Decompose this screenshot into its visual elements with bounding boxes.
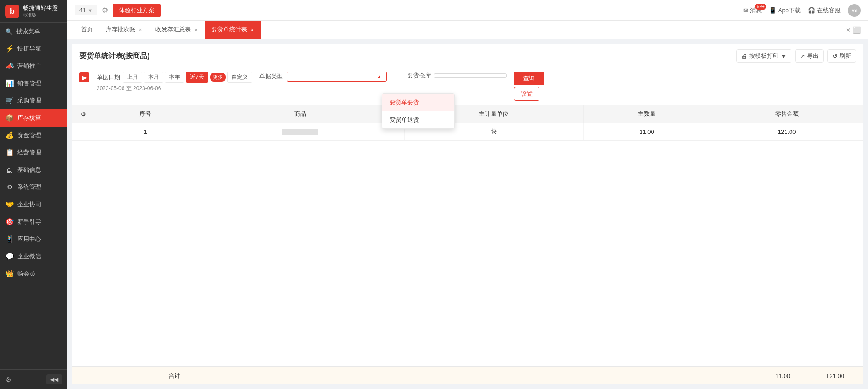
- sidebar-bottom: ⚙ ◀◀: [0, 369, 67, 389]
- logo-text: 畅捷通好生意 标准版: [23, 5, 58, 18]
- tabs-maximize-icon[interactable]: ⬜: [853, 26, 861, 34]
- date-filter-group: 单据日期 上月 本月 本年 近7天 更多 自定义 2023-05-06 至 20…: [97, 72, 252, 92]
- wechat-icon: 💬: [5, 252, 14, 261]
- tab-request-summary[interactable]: 要货单统计表 ×: [205, 21, 261, 39]
- filter-expand-button[interactable]: ▶: [79, 72, 89, 82]
- warehouse-select[interactable]: [434, 73, 507, 78]
- sidebar-item-purchase[interactable]: 🛒 采购管理: [0, 92, 67, 109]
- store-selector[interactable]: 41 ▼: [75, 5, 97, 15]
- page-title: 要货单统计表(按商品): [79, 51, 150, 61]
- date-tabs: 上月 本月 本年 近7天 更多 自定义: [123, 72, 252, 83]
- basic-icon: 🗂: [5, 166, 14, 174]
- filter-area: ▶ 单据日期 上月 本月 本年 近7天 更多 自定义 2023-05-06 至 …: [72, 67, 863, 105]
- col-seq: 序号: [95, 105, 196, 123]
- col-amount: 零售金额: [710, 105, 863, 123]
- export-icon: ↗: [800, 53, 805, 60]
- settings-filter-button[interactable]: 设置: [514, 87, 539, 101]
- sidebar-search[interactable]: 🔍 搜索菜单: [0, 23, 67, 40]
- tab-home[interactable]: 首页: [75, 21, 99, 39]
- page-actions: 🖨 按模板打印 ▼ ↗ 导出 ↺ 刷新: [736, 49, 856, 63]
- date-custom-button[interactable]: 自定义: [227, 72, 252, 83]
- online-service-button[interactable]: 🎧 在线客服: [808, 6, 841, 15]
- sidebar-item-quicknav[interactable]: ⚡ 快捷导航: [0, 40, 67, 57]
- date-filter-label: 单据日期: [97, 73, 120, 82]
- product-placeholder: [282, 129, 318, 135]
- col-qty: 主数量: [583, 105, 710, 123]
- header-right: ✉ 消息 99+ 📱 App下载 🎧 在线客服 Rit: [743, 4, 861, 17]
- print-icon: 🖨: [741, 53, 747, 60]
- header-settings-icon[interactable]: ⚙: [102, 6, 108, 15]
- date-tab-up-month[interactable]: 上月: [123, 72, 142, 83]
- total-qty: 11.00: [753, 373, 812, 379]
- tab-collect-summary[interactable]: 收发存汇总表 ×: [149, 21, 205, 39]
- date-tab-this-month[interactable]: 本月: [144, 72, 163, 83]
- app-download-button[interactable]: 📱 App下载: [769, 6, 801, 15]
- guide-icon: 🎯: [5, 218, 14, 226]
- messages-button[interactable]: ✉ 消息 99+: [743, 6, 762, 15]
- tab-close-request-summary[interactable]: ×: [250, 27, 254, 32]
- tabs-close-all-icon[interactable]: ✕: [846, 26, 851, 34]
- header-left: 41 ▼ ⚙ 体验行业方案: [75, 4, 738, 17]
- settings-icon[interactable]: ⚙: [5, 375, 12, 384]
- data-table: ⚙ 序号 商品 主计量单位 主数量 零售金额 1: [72, 105, 863, 141]
- query-button[interactable]: 查询: [514, 72, 544, 85]
- sidebar-item-wechat[interactable]: 💬 企业微信: [0, 248, 67, 265]
- system-icon: ⚙: [5, 183, 14, 191]
- finance-icon: 💰: [5, 131, 14, 139]
- appstore-icon: 📱: [5, 235, 14, 243]
- date-tab-last7days[interactable]: 近7天: [186, 72, 208, 83]
- operations-icon: 📋: [5, 148, 14, 157]
- type-filter-more-icon[interactable]: ···: [390, 72, 400, 82]
- sidebar-item-sales[interactable]: 📊 销售管理: [0, 75, 67, 92]
- table-row: 1 块 11.00 121.00: [72, 123, 863, 141]
- row-seq-cell: 1: [95, 123, 196, 141]
- date-more-badge[interactable]: 更多: [210, 73, 226, 82]
- dropdown-item-request-return[interactable]: 要货单退货: [382, 111, 454, 128]
- search-icon: 🔍: [5, 28, 13, 35]
- col-settings[interactable]: ⚙: [72, 105, 95, 123]
- page-content: 要货单统计表(按商品) 🖨 按模板打印 ▼ ↗ 导出 ↺ 刷新 ▶: [72, 44, 863, 384]
- total-amount: 121.00: [812, 373, 858, 379]
- sidebar-item-operations[interactable]: 📋 经营管理: [0, 144, 67, 161]
- type-select[interactable]: ▲: [287, 72, 387, 82]
- row-amount-cell: 121.00: [710, 123, 863, 141]
- sidebar-item-inventory[interactable]: 📦 库存核算: [0, 109, 67, 127]
- sidebar-item-system[interactable]: ⚙ 系统管理: [0, 179, 67, 196]
- print-template-button[interactable]: 🖨 按模板打印 ▼: [736, 49, 791, 63]
- date-tab-this-year[interactable]: 本年: [165, 72, 184, 83]
- tab-close-collect-summary[interactable]: ×: [194, 27, 198, 32]
- sidebar: b 畅捷通好生意 标准版 🔍 搜索菜单 ⚡ 快捷导航 📣 营销推广 📊 销售管理…: [0, 0, 67, 389]
- sidebar-item-enterprise[interactable]: 🤝 企业协同: [0, 196, 67, 213]
- sidebar-item-member[interactable]: 👑 畅会员: [0, 265, 67, 282]
- dropdown-item-request-order[interactable]: 要货单要货: [382, 94, 454, 111]
- sidebar-item-marketing[interactable]: 📣 营销推广: [0, 57, 67, 75]
- export-button[interactable]: ↗ 导出: [795, 49, 824, 63]
- refresh-button[interactable]: ↺ 刷新: [827, 49, 856, 63]
- row-product-cell: [196, 123, 405, 141]
- type-filter-group: 单据类型 ▲ ···: [259, 72, 400, 82]
- user-avatar[interactable]: Rit: [848, 4, 861, 17]
- main-area: 41 ▼ ⚙ 体验行业方案 ✉ 消息 99+ 📱 App下载 🎧 在线客服 Ri…: [67, 0, 868, 389]
- sales-icon: 📊: [5, 79, 14, 87]
- tab-batch-stock[interactable]: 库存批次账 ×: [99, 21, 149, 39]
- collapse-button[interactable]: ◀◀: [46, 374, 62, 384]
- tab-close-batch-stock[interactable]: ×: [138, 27, 143, 32]
- purchase-icon: 🛒: [5, 97, 14, 105]
- message-icon: ✉: [743, 7, 748, 14]
- date-range-text: 2023-05-06 至 2023-06-06: [97, 85, 161, 92]
- quicknav-icon: ⚡: [5, 45, 14, 53]
- print-chevron-icon: ▼: [781, 53, 786, 60]
- top-header: 41 ▼ ⚙ 体验行业方案 ✉ 消息 99+ 📱 App下载 🎧 在线客服 Ri…: [67, 0, 868, 21]
- sidebar-item-finance[interactable]: 💰 资金管理: [0, 127, 67, 144]
- sidebar-item-basic[interactable]: 🗂 基础信息: [0, 161, 67, 179]
- member-icon: 👑: [5, 270, 14, 278]
- trial-button[interactable]: 体验行业方案: [113, 4, 161, 17]
- sidebar-item-guide[interactable]: 🎯 新手引导: [0, 213, 67, 230]
- type-select-chevron-icon: ▲: [377, 74, 382, 79]
- enterprise-icon: 🤝: [5, 200, 14, 209]
- sidebar-item-appstore[interactable]: 📱 应用中心: [0, 230, 67, 248]
- inventory-icon: 📦: [5, 114, 14, 122]
- marketing-icon: 📣: [5, 62, 14, 70]
- sidebar-nav: ⚡ 快捷导航 📣 营销推广 📊 销售管理 🛒 采购管理 📦 库存核算 💰 资金管…: [0, 40, 67, 369]
- table-area: ⚙ 序号 商品 主计量单位 主数量 零售金额 1: [72, 105, 863, 366]
